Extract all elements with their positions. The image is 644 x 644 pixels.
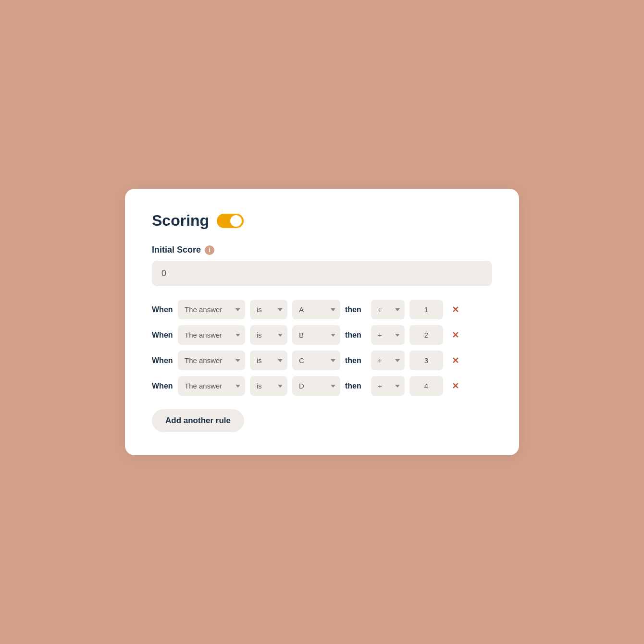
initial-score-label: Initial Score i	[152, 245, 492, 255]
value-select-1[interactable]: B A B C D	[292, 325, 340, 345]
scoring-title: Scoring	[152, 212, 209, 230]
score-input-1[interactable]	[409, 325, 443, 345]
operator-select-2[interactable]: + -	[371, 351, 405, 370]
rule-row: When The answer is is not D A B C D then…	[152, 376, 492, 396]
is-select-1[interactable]: is is not	[250, 325, 287, 345]
then-label: then	[345, 382, 366, 390]
is-select-3[interactable]: is is not	[250, 376, 287, 396]
score-input-0[interactable]	[409, 300, 443, 319]
rule-row: When The answer is is not B A B C D then…	[152, 325, 492, 345]
operator-select-1[interactable]: + -	[371, 325, 405, 345]
info-icon[interactable]: i	[205, 245, 214, 255]
delete-rule-button-1[interactable]: ✕	[448, 328, 463, 342]
answer-select-0[interactable]: The answer	[178, 300, 245, 319]
delete-rule-button-2[interactable]: ✕	[448, 353, 463, 368]
add-another-rule-button[interactable]: Add another rule	[152, 409, 244, 432]
value-select-3[interactable]: D A B C D	[292, 376, 340, 396]
scoring-card: Scoring Initial Score i When The answer …	[125, 189, 519, 455]
header-row: Scoring	[152, 212, 492, 230]
initial-score-input[interactable]	[152, 261, 492, 286]
delete-rule-button-3[interactable]: ✕	[448, 379, 463, 393]
is-select-0[interactable]: is is not	[250, 300, 287, 319]
is-select-2[interactable]: is is not	[250, 351, 287, 370]
when-label: When	[152, 382, 173, 390]
score-input-3[interactable]	[409, 376, 443, 396]
scoring-toggle[interactable]	[217, 214, 244, 228]
when-label: When	[152, 356, 173, 365]
then-label: then	[345, 305, 366, 314]
score-input-2[interactable]	[409, 351, 443, 370]
when-label: When	[152, 331, 173, 340]
answer-select-2[interactable]: The answer	[178, 351, 245, 370]
then-label: then	[345, 356, 366, 365]
toggle-thumb	[230, 215, 242, 227]
rules-container: When The answer is is not A A B C D then…	[152, 300, 492, 396]
value-select-0[interactable]: A A B C D	[292, 300, 340, 319]
answer-select-1[interactable]: The answer	[178, 325, 245, 345]
then-label: then	[345, 331, 366, 340]
toggle-track	[217, 214, 244, 228]
when-label: When	[152, 305, 173, 314]
delete-rule-button-0[interactable]: ✕	[448, 303, 463, 317]
operator-select-3[interactable]: + -	[371, 376, 405, 396]
value-select-2[interactable]: C A B C D	[292, 351, 340, 370]
operator-select-0[interactable]: + -	[371, 300, 405, 319]
rule-row: When The answer is is not A A B C D then…	[152, 300, 492, 319]
rule-row: When The answer is is not C A B C D then…	[152, 351, 492, 370]
initial-score-text: Initial Score	[152, 245, 201, 255]
answer-select-3[interactable]: The answer	[178, 376, 245, 396]
